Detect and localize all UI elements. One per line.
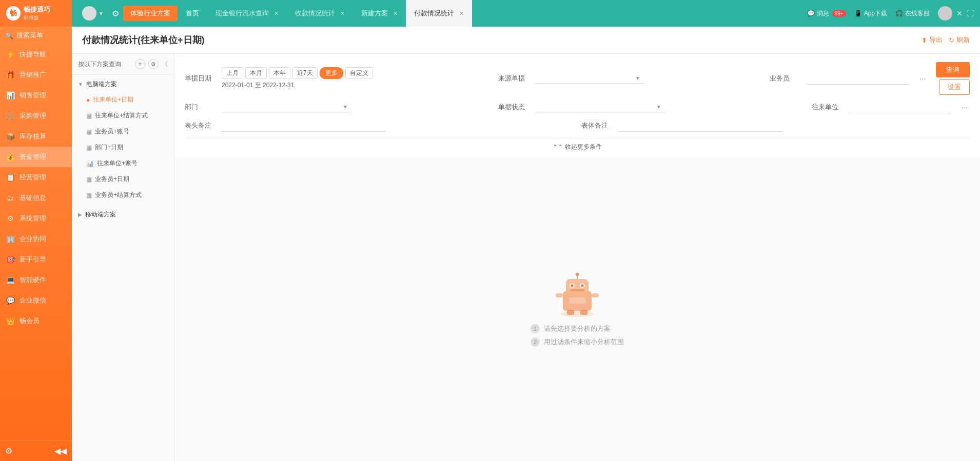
source-label: 来源单据 [498, 74, 527, 83]
sidebar-item-basic-info[interactable]: 🗂 基础信息 [0, 188, 72, 208]
trial-button[interactable]: 体验行业方案 [123, 6, 178, 21]
collapse-label: 收起更多条件 [565, 143, 602, 151]
sidebar-item-finance[interactable]: 💰 资金管理 [0, 147, 72, 167]
scheme-item-partner-account[interactable]: 📊 往来单位+账号 [72, 155, 174, 171]
date-btn-custom[interactable]: 自定义 [345, 67, 373, 79]
collapse-filter-btn[interactable]: ⌃⌃ 收起更多条件 [185, 138, 970, 157]
date-btn-last-month[interactable]: 上月 [222, 67, 243, 79]
sidebar-item-business[interactable]: 📋 经营管理 [0, 167, 72, 188]
tab-home[interactable]: 首页 [178, 0, 207, 27]
pc-group-arrow: ▼ [78, 82, 83, 87]
tip-num-1: 1 [531, 324, 540, 333]
user-avatar[interactable] [938, 6, 952, 21]
finance-icon: 💰 [5, 152, 15, 162]
partner-input[interactable] [849, 101, 951, 113]
tab-payment-close[interactable]: ✕ [459, 10, 464, 17]
tab-receipt-close[interactable]: ✕ [340, 10, 345, 17]
messages-btn[interactable]: 💬 消息 99+ [807, 9, 846, 18]
quick-nav-icon: ⚡ [5, 49, 15, 59]
date-btn-this-year[interactable]: 本年 [269, 67, 290, 79]
head-note-label: 表头备注 [185, 121, 213, 130]
sidebar-item-label: 企业协同 [19, 234, 46, 244]
tab-bar: 首页 现金银行流水查询 ✕ 收款情况统计 ✕ 新建方案 ✕ 付款情况统计 ✕ [178, 0, 472, 27]
scheme-item-partner-date[interactable]: ● 往来单位+日期 [72, 92, 174, 108]
close-window-btn[interactable]: ✕ [956, 9, 963, 17]
date-btn-more[interactable]: 更多 [320, 67, 343, 79]
sidebar-item-wechat[interactable]: 💬 企业微信 [0, 290, 72, 311]
tip-1-text: 请先选择要分析的方案 [544, 324, 611, 333]
body-note-input[interactable] [618, 119, 782, 132]
sidebar-subtitle: 标准版 [24, 14, 50, 22]
tab-new-plan[interactable]: 新建方案 ✕ [353, 0, 406, 27]
export-icon: ⬆ [922, 36, 927, 44]
sidebar-item-sales[interactable]: 📊 销售管理 [0, 85, 72, 106]
svg-rect-9 [570, 289, 584, 291]
filter-row-1: 单据日期 上月 本月 本年 近7天 更多 自定义 2022-01-01 至 20… [185, 62, 970, 95]
scheme-panel-header: 按以下方案查询 + ⚙ 《 [72, 54, 174, 75]
panel-header-actions: + ⚙ 《 [135, 59, 168, 69]
dept-field: ▼ [222, 102, 352, 112]
sidebar-item-marketing[interactable]: 🎁 营销推广 [0, 65, 72, 85]
app-download-btn[interactable]: 📱 App下载 [854, 9, 887, 18]
panel-collapse-btn[interactable]: 《 [162, 60, 168, 69]
tip-2-text: 用过滤条件来缩小分析范围 [544, 337, 624, 347]
scheme-table-icon: ▦ [86, 192, 92, 199]
tab-payment-stats[interactable]: 付款情况统计 ✕ [406, 0, 472, 27]
tab-bank[interactable]: 现金银行流水查询 ✕ [207, 0, 287, 27]
scheme-item-dept-date[interactable]: ▦ 部门+日期 [72, 139, 174, 155]
wechat-icon: 💬 [5, 295, 15, 306]
export-btn[interactable]: ⬆ 导出 [922, 35, 943, 45]
empty-tips: 1 请先选择要分析的方案 2 用过滤条件来缩小分析范围 [531, 324, 624, 347]
mobile-scheme-group: ▶ 移动端方案 [72, 205, 174, 224]
sidebar-item-label: 资金管理 [19, 152, 46, 162]
scheme-item-salesman-settle[interactable]: ▦ 业务员+结算方式 [72, 187, 174, 203]
settings-gear-icon[interactable]: ⚙ [108, 9, 123, 18]
head-note-input[interactable] [222, 119, 386, 132]
query-button[interactable]: 查询 [936, 62, 970, 77]
maximize-window-btn[interactable]: ⛶ [967, 9, 974, 17]
sidebar: 畅 畅捷通巧 标准版 🔍 搜索菜单 ⚡ 快捷导航 🎁 营销推广 📊 销售管理 🛒… [0, 0, 72, 461]
scheme-table-icon: ▦ [86, 144, 92, 151]
date-btn-7days[interactable]: 近7天 [292, 67, 318, 79]
collapse-sidebar-btn[interactable]: ◀◀ [54, 446, 67, 456]
scheme-item-partner-settle[interactable]: ▦ 往来单位+结算方式 [72, 108, 174, 124]
sidebar-nav: ⚡ 快捷导航 🎁 营销推广 📊 销售管理 🛒 采购管理 📦 库存核算 💰 资金管… [0, 44, 72, 440]
scheme-label: 部门+日期 [95, 143, 123, 152]
salesman-input[interactable] [807, 72, 909, 85]
refresh-btn[interactable]: ↻ 刷新 [949, 35, 970, 45]
empty-tip-1: 1 请先选择要分析的方案 [531, 324, 624, 333]
sidebar-item-hardware[interactable]: 💻 智能硬件 [0, 270, 72, 290]
sidebar-item-vip[interactable]: 👑 畅会员 [0, 311, 72, 331]
add-scheme-btn[interactable]: + [135, 59, 145, 69]
sidebar-search[interactable]: 🔍 搜索菜单 [0, 27, 72, 44]
tab-receipt-stats[interactable]: 收款情况统计 ✕ [287, 0, 353, 27]
sidebar-item-purchase[interactable]: 🛒 采购管理 [0, 106, 72, 126]
sidebar-item-guide[interactable]: 🎯 新手引导 [0, 249, 72, 270]
sidebar-item-enterprise[interactable]: 🏢 企业协同 [0, 229, 72, 249]
account-dropdown[interactable]: ▼ [78, 6, 108, 21]
sidebar-item-label: 快捷导航 [19, 50, 46, 59]
mobile-group-header[interactable]: ▶ 移动端方案 [72, 207, 174, 222]
settings-icon[interactable]: ⚙ [5, 446, 12, 456]
setting-button[interactable]: 设置 [939, 79, 970, 95]
date-btn-this-month[interactable]: 本月 [245, 67, 267, 79]
sidebar-item-quick-nav[interactable]: ⚡ 快捷导航 [0, 44, 72, 65]
sidebar-title: 畅捷通巧 [24, 5, 50, 14]
sidebar-item-system[interactable]: ⚙ 系统管理 [0, 208, 72, 229]
page-header: 付款情况统计(往来单位+日期) ⬆ 导出 ↻ 刷新 [72, 27, 980, 54]
sidebar-item-label: 基础信息 [19, 193, 46, 203]
scheme-setting-btn[interactable]: ⚙ [148, 59, 159, 69]
sidebar-item-inventory[interactable]: 📦 库存核算 [0, 126, 72, 147]
sidebar-item-label: 销售管理 [19, 91, 46, 100]
partner-more-btn[interactable]: ··· [959, 103, 970, 111]
pc-group-header[interactable]: ▼ 电脑端方案 [72, 77, 174, 92]
salesman-more-btn[interactable]: ··· [917, 74, 928, 83]
date-filter-group: 上月 本月 本年 近7天 更多 自定义 2022-01-01 至 2022-12… [222, 67, 373, 90]
export-label: 导出 [929, 35, 943, 45]
tab-bank-close[interactable]: ✕ [274, 10, 279, 17]
online-support-btn[interactable]: 🎧 在线客服 [895, 9, 930, 18]
scheme-item-salesman-date[interactable]: ▦ 业务员+日期 [72, 171, 174, 187]
source-field: ▼ [535, 73, 644, 84]
tab-new-plan-close[interactable]: ✕ [393, 10, 398, 17]
scheme-item-salesman-account[interactable]: ▦ 业务员+账号 [72, 124, 174, 139]
